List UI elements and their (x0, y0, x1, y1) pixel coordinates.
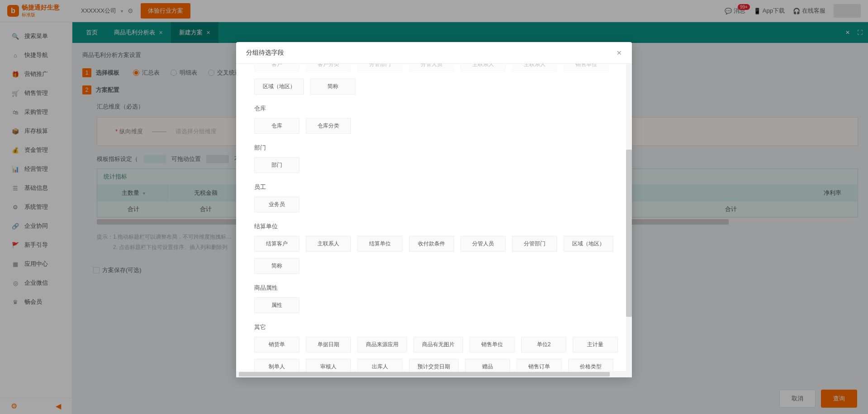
field-option[interactable]: 分管人员 (460, 236, 506, 252)
field-option[interactable]: 销售单位 (470, 337, 515, 353)
field-row: 制单人 审核人 出库人 预计交货日期 赠品 销售订单 价格类型 (254, 359, 630, 371)
field-option[interactable]: 审核人 (306, 359, 351, 371)
modal-horizontal-scrollbar[interactable] (236, 371, 632, 377)
field-option[interactable]: 预计交货日期 (409, 359, 459, 371)
field-selector-modal: 分组待选字段 ✕ 客户 客户分类 分管部门 分管人员 主联系人 主联系人 销售单… (236, 42, 632, 377)
group-warehouse: 仓库 仓库 仓库分类 (254, 104, 630, 134)
field-row: 业务员 (254, 197, 630, 212)
field-option[interactable]: 制单人 (254, 359, 299, 371)
top-row-2: 区域（地区） 简称 (254, 79, 630, 94)
field-option[interactable]: 分管部门 (512, 236, 557, 252)
modal-body: 客户 客户分类 分管部门 分管人员 主联系人 主联系人 销售单位 区域（地区） … (236, 64, 632, 371)
field-option[interactable]: 简称 (310, 79, 356, 94)
field-option[interactable]: 主联系人 (306, 236, 351, 252)
field-row: 结算客户 主联系人 结算单位 收付款条件 分管人员 分管部门 区域（地区） (254, 236, 630, 252)
field-option[interactable]: 分管人员 (409, 64, 454, 72)
field-option[interactable]: 结算单位 (357, 236, 403, 252)
modal-header: 分组待选字段 ✕ (236, 42, 632, 64)
group-title: 商品属性 (254, 284, 630, 292)
field-option[interactable]: 属性 (254, 297, 299, 313)
modal-vertical-scrollbar[interactable] (626, 64, 632, 371)
group-title: 员工 (254, 183, 630, 191)
field-option[interactable]: 单据日期 (306, 337, 351, 353)
group-employee: 员工 业务员 (254, 183, 630, 212)
field-option[interactable]: 销售订单 (517, 359, 562, 371)
group-title: 部门 (254, 144, 630, 152)
field-option[interactable]: 仓库分类 (306, 118, 351, 134)
field-option[interactable]: 区域（地区） (564, 236, 613, 252)
group-title: 其它 (254, 323, 630, 331)
modal-close-button[interactable]: ✕ (617, 49, 622, 56)
field-option[interactable]: 仓库 (254, 118, 299, 134)
field-row: 属性 (254, 297, 630, 313)
group-product-attr: 商品属性 属性 (254, 284, 630, 313)
field-option[interactable]: 商品有无图片 (413, 337, 463, 353)
field-option[interactable]: 赠品 (465, 359, 510, 371)
field-option[interactable]: 主联系人 (512, 64, 557, 72)
field-option[interactable]: 单位2 (521, 337, 566, 353)
field-row: 部门 (254, 157, 630, 173)
group-title: 仓库 (254, 104, 630, 113)
field-option[interactable]: 客户分类 (306, 64, 351, 72)
field-option[interactable]: 收付款条件 (409, 236, 454, 252)
group-other: 其它 销货单 单据日期 商品来源应用 商品有无图片 销售单位 单位2 主计量 制… (254, 323, 630, 371)
field-option[interactable]: 主联系人 (460, 64, 506, 72)
field-option[interactable]: 主计量 (573, 337, 618, 353)
field-option[interactable]: 价格类型 (568, 359, 613, 371)
field-option[interactable]: 业务员 (254, 197, 299, 212)
field-row: 销货单 单据日期 商品来源应用 商品有无图片 销售单位 单位2 主计量 (254, 337, 630, 353)
group-title: 结算单位 (254, 222, 630, 231)
field-option[interactable]: 部门 (254, 157, 299, 173)
group-department: 部门 部门 (254, 144, 630, 173)
group-settlement: 结算单位 结算客户 主联系人 结算单位 收付款条件 分管人员 分管部门 区域（地… (254, 222, 630, 274)
field-option[interactable]: 出库人 (357, 359, 403, 371)
field-option[interactable]: 商品来源应用 (357, 337, 407, 353)
modal-title: 分组待选字段 (246, 49, 284, 57)
field-option[interactable]: 结算客户 (254, 236, 299, 252)
partial-top-row: 客户 客户分类 分管部门 分管人员 主联系人 主联系人 销售单位 (254, 64, 630, 72)
field-option[interactable]: 分管部门 (357, 64, 403, 72)
scrollbar-thumb[interactable] (239, 372, 610, 376)
field-option[interactable]: 简称 (254, 258, 299, 274)
field-option[interactable]: 区域（地区） (254, 79, 304, 94)
field-row: 仓库 仓库分类 (254, 118, 630, 134)
field-option[interactable]: 销货单 (254, 337, 299, 353)
field-option[interactable]: 客户 (254, 64, 299, 72)
field-row: 简称 (254, 258, 630, 274)
field-option[interactable]: 销售单位 (564, 64, 609, 72)
scrollbar-thumb[interactable] (626, 150, 632, 317)
